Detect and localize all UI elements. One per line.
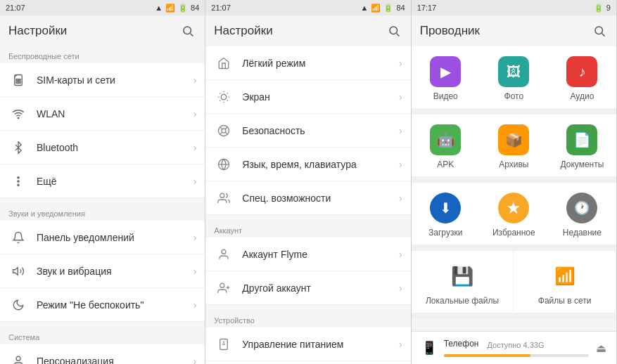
- wlan-item[interactable]: WLAN ›: [0, 97, 205, 131]
- favorites-item[interactable]: ★ Избранное: [480, 183, 548, 245]
- panel-settings-1: 21:07 ▲ 📶 🔋 84 Настройки Беспроводные се…: [0, 0, 205, 364]
- power-chevron: ›: [399, 339, 402, 350]
- accessibility-chevron: ›: [399, 193, 402, 204]
- section-system: Система: [0, 327, 205, 344]
- eject-icon[interactable]: ⏏: [596, 342, 606, 355]
- svg-line-1: [191, 34, 193, 37]
- svg-line-19: [227, 100, 228, 100]
- wifi-status-icon-2: 📶: [371, 4, 381, 13]
- network-files-item[interactable]: 📶 Файлы в сети: [514, 251, 616, 313]
- favorites-label: Избранное: [492, 228, 535, 238]
- header-1: Настройки: [0, 15, 205, 46]
- device-section: Управление питанием › Местоположение ›: [205, 327, 410, 364]
- easy-mode-item[interactable]: Лёгкий режим ›: [205, 46, 410, 80]
- bluetooth-item[interactable]: Bluetooth ›: [0, 131, 205, 164]
- power-icon: [214, 334, 234, 354]
- sound-label: Звук и вибрация: [37, 266, 193, 277]
- wifi-status-icon: 📶: [165, 4, 175, 13]
- local-files-item[interactable]: 💾 Локальные файлы: [412, 251, 514, 313]
- security-chevron: ›: [399, 125, 402, 136]
- other-account-item[interactable]: Другой аккаунт ›: [205, 271, 410, 305]
- more-label: Ещё: [37, 176, 193, 187]
- battery-icon: 🔋: [178, 4, 188, 13]
- personalization-item[interactable]: Персонализация ›: [0, 344, 205, 364]
- flyme-item[interactable]: Аккаунт Flyme ›: [205, 238, 410, 271]
- svg-point-12: [16, 356, 20, 360]
- notifications-item[interactable]: Панель уведомлений ›: [0, 221, 205, 254]
- section-sound: Звуки и уведомления: [0, 204, 205, 221]
- power-label: Управление питанием: [242, 339, 399, 350]
- apk-item[interactable]: 🤖 APK: [412, 115, 480, 177]
- photo-icon: 🖼: [498, 56, 529, 87]
- sound-chevron: ›: [193, 266, 197, 277]
- battery-icon-3: 🔋: [594, 4, 604, 13]
- flyme-icon: [214, 245, 234, 264]
- power-item[interactable]: Управление питанием ›: [205, 327, 410, 361]
- accessibility-icon: [214, 188, 234, 208]
- sim-chevron: ›: [193, 74, 197, 86]
- sound-section: Панель уведомлений › Звук и вибрация ›: [0, 221, 205, 322]
- status-icons-2: ▲ 📶 🔋 84: [361, 4, 405, 13]
- status-bar-1: 21:07 ▲ 📶 🔋 84: [0, 0, 205, 15]
- photo-item[interactable]: 🖼 Фото: [480, 46, 548, 109]
- other-account-chevron: ›: [399, 282, 402, 294]
- downloads-icon: ⬇: [430, 193, 461, 223]
- apk-icon: 🤖: [430, 124, 461, 155]
- audio-item[interactable]: ♪ Аудио: [548, 46, 616, 109]
- downloads-item[interactable]: ⬇ Загрузки: [412, 183, 480, 245]
- security-item[interactable]: Безопасность ›: [205, 114, 410, 148]
- header-title-1: Настройки: [8, 24, 67, 38]
- sim-item[interactable]: SIM-карты и сети ›: [0, 63, 205, 97]
- personalization-chevron: ›: [193, 356, 197, 365]
- archives-item[interactable]: 📦 Архивы: [480, 115, 548, 177]
- search-button-2[interactable]: [386, 22, 402, 39]
- notifications-label: Панель уведомлений: [37, 232, 193, 243]
- screen-item[interactable]: Экран ›: [205, 80, 410, 114]
- sound-item[interactable]: Звук и вибрация ›: [0, 254, 205, 288]
- svg-point-33: [222, 249, 226, 254]
- more-item[interactable]: Ещё ›: [0, 164, 205, 198]
- other-account-label: Другой аккаунт: [242, 282, 399, 294]
- archives-icon: 📦: [498, 124, 529, 155]
- wireless-section: SIM-карты и сети › WLAN › Bluetoot: [0, 63, 205, 198]
- svg-line-14: [396, 34, 399, 37]
- section-account: Аккаунт: [205, 221, 410, 238]
- home-icon: [214, 53, 234, 73]
- svg-rect-4: [19, 79, 20, 80]
- header-2: Настройки: [205, 15, 410, 46]
- bluetooth-label: Bluetooth: [37, 142, 193, 153]
- easy-mode-chevron: ›: [399, 58, 402, 69]
- time-2: 21:07: [211, 4, 231, 12]
- dnd-chevron: ›: [193, 299, 197, 311]
- storage-progress-bg: [444, 354, 589, 357]
- svg-marker-11: [13, 267, 18, 275]
- video-item[interactable]: ▶ Видео: [412, 46, 480, 109]
- status-icons-1: ▲ 📶 🔋 84: [155, 4, 199, 13]
- dnd-item[interactable]: Режим "Не беспокоить" ›: [0, 288, 205, 322]
- search-button-3[interactable]: [591, 22, 608, 39]
- main-settings-section: Лёгкий режим › Экран › Безопасност: [205, 46, 410, 215]
- notifications-chevron: ›: [193, 232, 197, 243]
- language-chevron: ›: [399, 159, 402, 170]
- svg-line-18: [220, 93, 220, 93]
- search-button-1[interactable]: [179, 22, 196, 39]
- security-icon: [214, 121, 234, 141]
- svg-line-27: [225, 132, 227, 134]
- battery-level-2: 84: [396, 4, 405, 12]
- accessibility-item[interactable]: Спец. возможности ›: [205, 181, 410, 215]
- screen-label: Экран: [242, 91, 399, 103]
- dnd-icon: [8, 295, 28, 315]
- svg-rect-3: [16, 79, 18, 80]
- docs-item[interactable]: 📄 Документы: [548, 115, 616, 177]
- location-item[interactable]: Местоположение ›: [205, 361, 410, 364]
- recent-item[interactable]: 🕐 Недавние: [548, 183, 616, 245]
- status-icons-3: 🔋 9: [594, 4, 611, 13]
- sim-icon: [8, 70, 28, 90]
- language-item[interactable]: Язык, время, клавиатура ›: [205, 148, 410, 181]
- svg-point-40: [595, 27, 603, 34]
- storage-progress-fill: [444, 354, 531, 357]
- video-icon: ▶: [430, 56, 461, 87]
- local-icon: 💾: [447, 261, 478, 292]
- docs-icon: 📄: [566, 124, 597, 155]
- more-chevron: ›: [193, 176, 197, 187]
